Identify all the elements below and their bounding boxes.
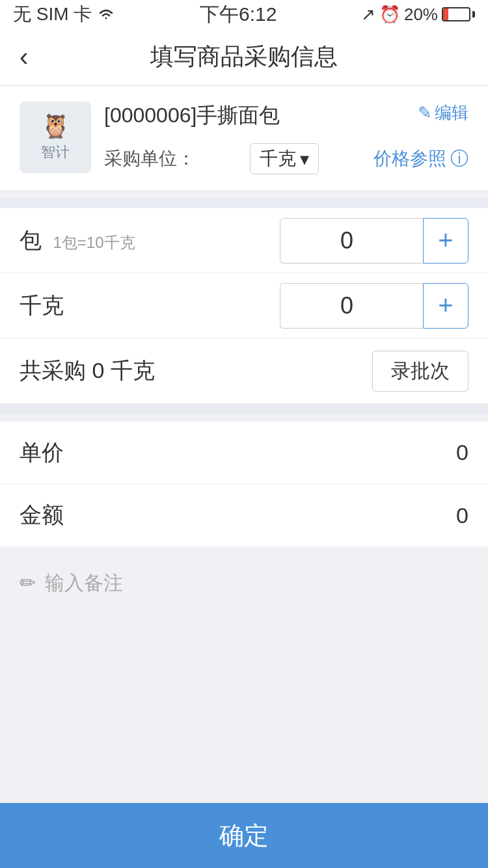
thumb-sub-label: 智计 <box>41 142 70 162</box>
summary-prefix: 共采购 <box>20 358 86 383</box>
unit-price-label: 单价 <box>20 438 64 468</box>
unit-label: 采购单位： <box>104 146 195 171</box>
kg-input-row: 千克 + <box>0 273 488 338</box>
status-bar: 无 SIM 卡 下午6:12 ↗ ⏰ 20% <box>0 0 488 29</box>
edit-button[interactable]: ✎ 编辑 <box>418 102 468 124</box>
product-card: 🦉 智计 [0000006]手撕面包 ✎ 编辑 采购单位： 千克 ▾ 价格参照 … <box>0 86 488 190</box>
status-time: 下午6:12 <box>200 1 277 28</box>
page-title: 填写商品采购信息 <box>150 41 338 73</box>
unit-select[interactable]: 千克 ▾ <box>250 143 319 174</box>
bag-qty-input[interactable] <box>280 218 423 264</box>
location-icon: ↗ <box>361 5 375 25</box>
amount-value: 0 <box>456 503 468 528</box>
batch-button[interactable]: 录批次 <box>372 351 468 392</box>
status-left: 无 SIM 卡 <box>13 2 115 27</box>
pencil-icon: ✏ <box>20 571 36 594</box>
edit-pencil-icon: ✎ <box>418 103 432 123</box>
summary-amount-value: 0 <box>92 358 104 383</box>
unit-price-row: 单价 0 <box>0 422 488 484</box>
wifi-icon <box>97 8 115 21</box>
back-button[interactable]: ‹ <box>20 42 59 72</box>
unit-value: 千克 <box>260 146 296 171</box>
bag-label: 包 1包=10千克 <box>20 226 280 256</box>
amount-label: 金额 <box>20 500 64 530</box>
summary-unit-label: 千克 <box>111 358 155 383</box>
product-name: [0000006]手撕面包 <box>104 102 280 130</box>
chevron-down-icon: ▾ <box>300 148 309 170</box>
price-ref-button[interactable]: 价格参照 ⓘ <box>373 146 468 171</box>
amount-row: 金额 0 <box>0 484 488 547</box>
product-owl-icon: 🦉 <box>41 113 70 140</box>
notes-placeholder: 输入备注 <box>45 570 123 597</box>
summary-text: 共采购 0 千克 <box>20 356 155 386</box>
alarm-icon: ⏰ <box>379 5 400 25</box>
bag-input-row: 包 1包=10千克 + <box>0 208 488 273</box>
battery-icon <box>442 7 475 21</box>
kg-plus-button[interactable]: + <box>423 283 468 329</box>
bag-qty-wrap: + <box>280 218 468 264</box>
kg-label: 千克 <box>20 291 280 321</box>
section-divider-1 <box>0 198 488 208</box>
battery-pct: 20% <box>404 5 438 25</box>
no-sim-label: 无 SIM 卡 <box>13 2 92 27</box>
bag-hint: 1包=10千克 <box>53 234 135 251</box>
nav-bar: ‹ 填写商品采购信息 <box>0 29 488 86</box>
section-divider-2 <box>0 403 488 414</box>
bag-plus-button[interactable]: + <box>423 218 468 264</box>
price-section: 单价 0 金额 0 <box>0 422 488 547</box>
product-info: [0000006]手撕面包 ✎ 编辑 采购单位： 千克 ▾ 价格参照 ⓘ <box>104 102 468 174</box>
info-icon: ⓘ <box>450 146 468 171</box>
product-name-row: [0000006]手撕面包 ✎ 编辑 <box>104 102 468 130</box>
kg-qty-input[interactable] <box>280 283 423 329</box>
status-right: ↗ ⏰ 20% <box>361 5 475 25</box>
confirm-label: 确定 <box>219 819 269 852</box>
price-ref-label: 价格参照 <box>373 146 446 171</box>
summary-row: 共采购 0 千克 录批次 <box>0 338 488 403</box>
edit-label: 编辑 <box>435 102 468 124</box>
product-thumbnail: 🦉 智计 <box>20 102 91 173</box>
content-spacer <box>0 612 488 768</box>
unit-row: 采购单位： 千克 ▾ 价格参照 ⓘ <box>104 143 468 174</box>
confirm-button[interactable]: 确定 <box>0 803 488 868</box>
unit-price-value: 0 <box>456 440 468 465</box>
input-section: 包 1包=10千克 + 千克 + <box>0 208 488 338</box>
notes-section[interactable]: ✏ 输入备注 <box>0 554 488 612</box>
kg-qty-wrap: + <box>280 283 468 329</box>
